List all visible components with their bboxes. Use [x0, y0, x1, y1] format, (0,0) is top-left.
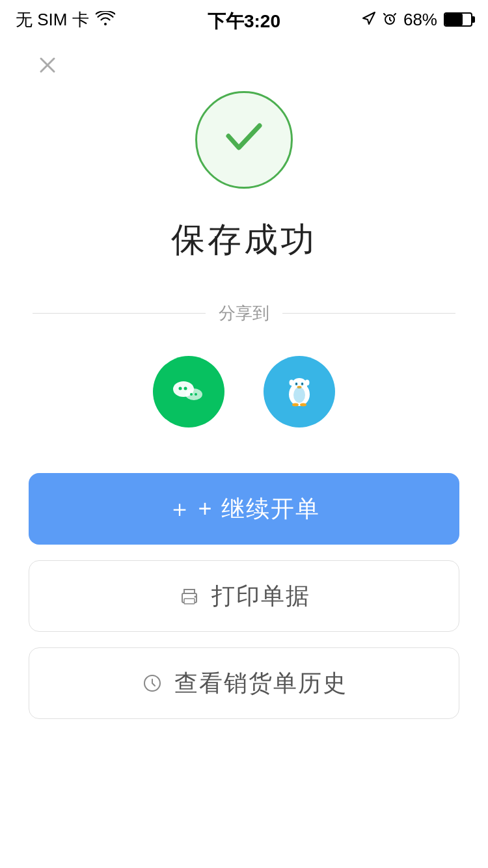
view-history-label: 查看销货单历史	[174, 668, 347, 699]
view-history-button[interactable]: 查看销货单历史	[29, 647, 459, 719]
svg-point-6	[184, 387, 187, 390]
share-label: 分享到	[219, 302, 269, 325]
divider-left	[33, 313, 206, 314]
svg-point-4	[185, 388, 202, 400]
continue-order-button[interactable]: ＋ + 继续开单	[29, 473, 459, 545]
battery-icon	[444, 12, 472, 27]
svg-point-20	[305, 380, 310, 386]
svg-point-14	[302, 383, 303, 385]
checkmark-icon	[218, 110, 270, 170]
continue-order-label: + 继续开单	[198, 493, 319, 525]
share-icons-row	[153, 356, 335, 427]
svg-point-5	[179, 387, 182, 390]
svg-point-23	[195, 596, 197, 598]
plus-icon: ＋	[168, 493, 193, 525]
svg-point-16	[293, 387, 305, 403]
svg-point-8	[195, 393, 197, 396]
main-content: 保存成功 分享到	[0, 39, 488, 719]
svg-point-7	[190, 393, 193, 396]
status-left: 无 SIM 卡	[16, 8, 115, 31]
battery-pct-label: 68%	[403, 10, 437, 30]
share-qq-button[interactable]	[264, 356, 335, 427]
divider-right	[282, 313, 455, 314]
print-receipt-label: 打印单据	[211, 580, 310, 612]
status-right: 68%	[362, 10, 472, 30]
wifi-icon	[96, 10, 115, 30]
status-time: 下午3:20	[208, 9, 280, 34]
print-receipt-button[interactable]: 打印单据	[29, 560, 459, 632]
close-button[interactable]	[31, 49, 64, 81]
history-icon	[141, 671, 164, 695]
svg-rect-22	[184, 599, 195, 604]
svg-point-18	[300, 403, 306, 407]
svg-point-13	[296, 383, 297, 385]
location-icon	[362, 10, 376, 30]
share-section-header: 分享到	[0, 302, 488, 325]
alarm-icon	[383, 10, 397, 30]
status-bar: 无 SIM 卡 下午3:20 68%	[0, 0, 488, 39]
carrier-label: 无 SIM 卡	[16, 8, 89, 31]
share-wechat-button[interactable]	[153, 356, 224, 427]
printer-icon	[178, 584, 201, 608]
svg-point-17	[292, 403, 299, 407]
action-buttons: ＋ + 继续开单 打印单据 查看销货单历史	[0, 473, 488, 719]
success-title: 保存成功	[171, 217, 317, 263]
svg-point-19	[290, 380, 294, 386]
success-indicator	[195, 91, 293, 189]
